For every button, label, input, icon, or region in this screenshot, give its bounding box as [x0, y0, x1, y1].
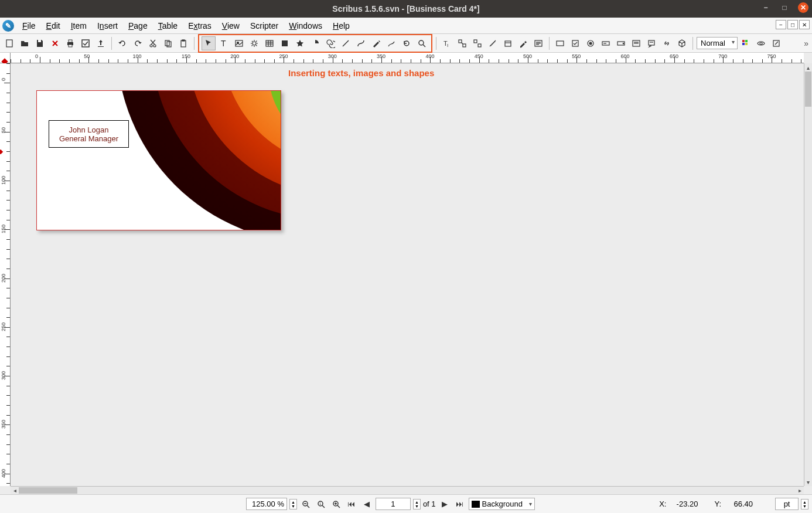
- unlink-frames-icon[interactable]: [470, 36, 485, 50]
- redo-icon[interactable]: [131, 36, 145, 50]
- menu-table[interactable]: Table: [153, 19, 182, 32]
- select-tool-icon[interactable]: [202, 36, 216, 50]
- edit-text-icon[interactable]: TI: [440, 36, 454, 50]
- open-document-icon[interactable]: [18, 36, 32, 50]
- scrollbar-thumb[interactable]: [805, 72, 811, 107]
- arc-icon[interactable]: [308, 36, 322, 50]
- mdi-maximize-button[interactable]: □: [787, 20, 798, 29]
- measurements-icon[interactable]: [486, 36, 500, 50]
- freehand-icon[interactable]: [369, 36, 383, 50]
- horizontal-scrollbar[interactable]: ◂ ▸: [11, 486, 804, 494]
- document-page[interactable]: John Logan General Manager: [36, 90, 281, 230]
- export-pdf-icon[interactable]: [94, 36, 108, 50]
- scroll-down-icon[interactable]: ▾: [804, 478, 812, 486]
- story-editor-icon[interactable]: [531, 36, 545, 50]
- close-button[interactable]: ✕: [798, 2, 808, 13]
- mdi-minimize-button[interactable]: −: [776, 20, 786, 29]
- copy-properties-icon[interactable]: [501, 36, 515, 50]
- pdf-radio-icon[interactable]: [584, 36, 598, 50]
- pdf-push-button-icon[interactable]: [553, 36, 567, 50]
- render-frame-icon[interactable]: [247, 36, 261, 50]
- unit-spinner[interactable]: ▲▼: [801, 499, 808, 509]
- pdf-checkbox-icon[interactable]: [568, 36, 582, 50]
- scroll-up-icon[interactable]: ▴: [804, 63, 812, 72]
- text-name: John Logan: [69, 125, 109, 134]
- menu-item[interactable]: Item: [66, 19, 91, 32]
- page-input[interactable]: [376, 498, 411, 510]
- zoom-in-icon[interactable]: [330, 498, 343, 511]
- menu-scripter[interactable]: Scripter: [245, 19, 283, 32]
- save-document-icon[interactable]: [33, 36, 47, 50]
- menu-file[interactable]: File: [18, 19, 40, 32]
- last-page-icon[interactable]: ⏭: [453, 498, 466, 511]
- prev-page-icon[interactable]: ◀: [360, 498, 373, 511]
- zoom-input[interactable]: [246, 498, 287, 510]
- pdf-combobox-icon[interactable]: [614, 36, 628, 50]
- page-spinner[interactable]: ▲▼: [413, 499, 421, 509]
- scroll-left-icon[interactable]: ◂: [11, 487, 19, 494]
- cut-icon[interactable]: [146, 36, 160, 50]
- copy-icon[interactable]: [161, 36, 175, 50]
- menu-windows[interactable]: Windows: [284, 19, 327, 32]
- ruler-origin[interactable]: [0, 53, 11, 63]
- table-icon[interactable]: [262, 36, 277, 50]
- scroll-right-icon[interactable]: ▸: [796, 487, 804, 494]
- preview-mode-icon[interactable]: [754, 36, 768, 50]
- line-icon[interactable]: [339, 36, 353, 50]
- zoom-out-icon[interactable]: [299, 498, 312, 511]
- preview-quality-select[interactable]: Normal: [697, 37, 738, 49]
- first-page-icon[interactable]: ⏮: [345, 498, 358, 511]
- close-document-icon[interactable]: [48, 36, 62, 50]
- svg-line-25: [343, 40, 349, 46]
- pdf-link-annotation-icon[interactable]: [660, 36, 674, 50]
- link-frames-icon[interactable]: [455, 36, 469, 50]
- pdf-text-annotation-icon[interactable]: [644, 36, 659, 50]
- next-page-icon[interactable]: ▶: [438, 498, 451, 511]
- new-document-icon[interactable]: [2, 36, 16, 50]
- scrollbar-thumb[interactable]: [19, 487, 77, 494]
- print-icon[interactable]: [63, 36, 77, 50]
- bezier-icon[interactable]: [354, 36, 368, 50]
- svg-line-63: [322, 505, 325, 508]
- main-area: 0501001502002503003504004505005506006507…: [0, 53, 812, 494]
- menu-insert[interactable]: Insert: [93, 19, 122, 32]
- svg-text:1: 1: [319, 502, 322, 505]
- svg-rect-0: [6, 40, 12, 47]
- mdi-close-button[interactable]: ✕: [799, 20, 810, 29]
- unit-select[interactable]: [775, 498, 799, 510]
- pdf-listbox-icon[interactable]: [629, 36, 643, 50]
- undo-icon[interactable]: [115, 36, 129, 50]
- text-frame-icon[interactable]: T: [217, 36, 231, 50]
- spiral-icon[interactable]: [323, 36, 337, 50]
- pdf-3d-annotation-icon[interactable]: [675, 36, 689, 50]
- color-management-icon[interactable]: [739, 36, 753, 50]
- calligraphic-icon[interactable]: [384, 36, 398, 50]
- preflight-icon[interactable]: [79, 36, 93, 50]
- shape-icon[interactable]: [278, 36, 292, 50]
- rotate-icon[interactable]: [400, 36, 414, 50]
- vertical-scrollbar[interactable]: ▴ ▾: [804, 63, 812, 486]
- paste-icon[interactable]: [176, 36, 190, 50]
- zoom-reset-icon[interactable]: 1: [315, 498, 327, 511]
- vertical-ruler[interactable]: 050100150200250300350400450: [0, 63, 11, 486]
- polygon-icon[interactable]: [293, 36, 307, 50]
- menu-page[interactable]: Page: [124, 19, 152, 32]
- edit-in-preview-icon[interactable]: [769, 36, 783, 50]
- zoom-tool-icon[interactable]: [415, 36, 429, 50]
- minimize-button[interactable]: −: [760, 2, 771, 13]
- svg-rect-5: [69, 45, 72, 47]
- maximize-button[interactable]: □: [779, 2, 790, 13]
- eyedropper-icon[interactable]: [516, 36, 530, 50]
- menu-help[interactable]: Help: [328, 19, 354, 32]
- pdf-textfield-icon[interactable]: [599, 36, 613, 50]
- zoom-spinner[interactable]: ▲▼: [289, 499, 297, 509]
- menu-view[interactable]: View: [217, 19, 244, 32]
- text-frame[interactable]: John Logan General Manager: [49, 120, 129, 148]
- layer-select[interactable]: Background: [469, 498, 535, 510]
- canvas[interactable]: Inserting texts, images and shapes John …: [11, 63, 804, 486]
- toolbar-overflow-icon[interactable]: »: [804, 39, 808, 48]
- menu-extras[interactable]: Extras: [183, 19, 216, 32]
- image-frame-icon[interactable]: [232, 36, 246, 50]
- horizontal-ruler[interactable]: 0501001502002503003504004505005506006507…: [11, 53, 804, 63]
- menu-edit[interactable]: Edit: [42, 19, 65, 32]
